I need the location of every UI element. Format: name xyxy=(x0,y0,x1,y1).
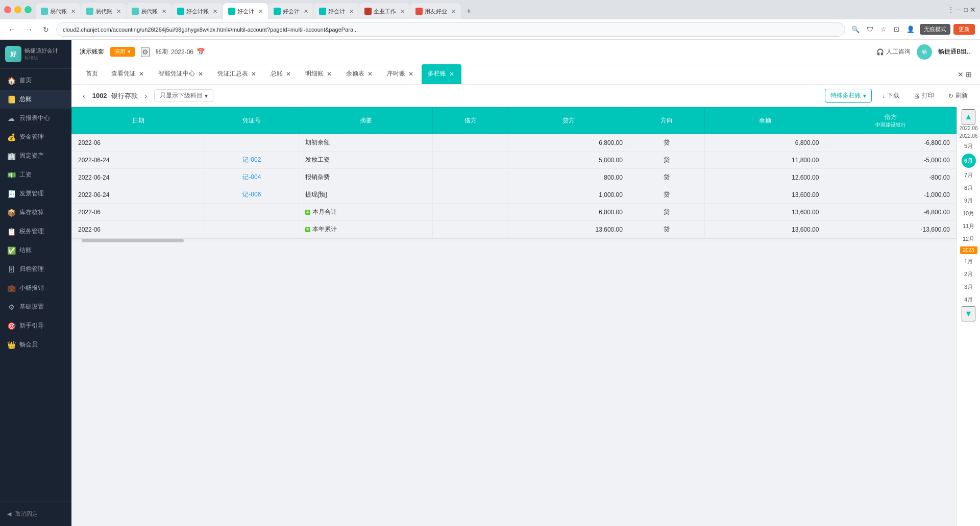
browser-tab-4-close[interactable]: ✕ xyxy=(213,8,217,15)
user-profile-icon[interactable]: 👤 xyxy=(904,23,917,35)
tab-chronological[interactable]: 序时账 ✕ xyxy=(381,64,421,85)
gear-settings-btn[interactable]: ⚙ xyxy=(141,47,150,57)
sidebar-item-cloud-reports[interactable]: ☁ 云报表中心 xyxy=(0,109,71,128)
sidebar-item-ledger[interactable]: 📒 总账 xyxy=(0,90,71,109)
window-restore-btn[interactable]: — xyxy=(956,6,962,13)
calendar-month-2023-2[interactable]: 2月 xyxy=(960,268,977,281)
cell-voucher-3[interactable]: 记-004 xyxy=(205,169,299,186)
sidebar-item-expense[interactable]: 💼 小畅报销 xyxy=(0,279,71,297)
print-btn[interactable]: 🖨 打印 xyxy=(910,89,938,102)
tab-collapse-btn[interactable]: ✕ xyxy=(958,70,964,79)
sidebar-item-guide[interactable]: 🎯 新手引导 xyxy=(0,316,71,335)
tab-multi-column-close[interactable]: ✕ xyxy=(448,70,455,78)
calendar-scroll-down-btn[interactable]: ▼ xyxy=(962,306,976,321)
tab-list-btn[interactable]: ⋮ xyxy=(948,6,954,13)
calendar-scroll-up-btn[interactable]: ▲ xyxy=(962,109,976,124)
sidebar-item-settings[interactable]: ⚙ 基础设置 xyxy=(0,297,71,316)
calendar-month-10[interactable]: 10月 xyxy=(960,207,977,220)
sidebar-item-membership[interactable]: 👑 畅会员 xyxy=(0,335,71,354)
extension-icon[interactable]: ⊡ xyxy=(892,23,901,35)
address-input[interactable] xyxy=(56,22,845,37)
window-close-btn[interactable] xyxy=(4,6,11,13)
browser-tab-7[interactable]: 好会计 ✕ xyxy=(314,3,359,19)
consultation-btn[interactable]: 🎧 人工咨询 xyxy=(876,47,911,56)
show-sub-accounts-btn[interactable]: 只显示下级科目 ▾ xyxy=(154,89,213,102)
tab-balance-sheet[interactable]: 余额表 ✕ xyxy=(340,64,380,85)
tab-home[interactable]: 首页 xyxy=(80,64,104,85)
calendar-month-5[interactable]: 5月 xyxy=(960,140,977,153)
search-icon[interactable]: 🔍 xyxy=(849,23,862,35)
shield-icon[interactable]: 🛡 xyxy=(865,23,875,35)
calendar-month-7[interactable]: 7月 xyxy=(960,169,977,182)
sidebar-item-assets[interactable]: 🏢 固定资产 xyxy=(0,146,71,165)
calendar-month-2023-3[interactable]: 3月 xyxy=(960,281,977,293)
sidebar-unpin-btn[interactable]: ◀ 取消固定 xyxy=(0,506,71,522)
tab-view-vouchers[interactable]: 查看凭证 ✕ xyxy=(105,64,151,85)
tab-voucher-summary-close[interactable]: ✕ xyxy=(250,70,257,78)
cell-voucher-2[interactable]: 记-002 xyxy=(205,152,299,169)
new-tab-btn[interactable]: + xyxy=(461,3,476,19)
special-multi-account-btn[interactable]: 特殊多栏账 ▾ xyxy=(825,89,872,103)
tab-view-vouchers-close[interactable]: ✕ xyxy=(138,70,145,78)
browser-tab-2-close[interactable]: ✕ xyxy=(116,8,121,15)
browser-tab-9[interactable]: 用友好业 ✕ xyxy=(410,3,461,19)
back-btn[interactable]: ← xyxy=(5,23,18,36)
tab-detail-ledger[interactable]: 明细账 ✕ xyxy=(299,64,339,85)
sidebar-item-tax[interactable]: 📋 税务管理 xyxy=(0,222,71,241)
sidebar-item-archive[interactable]: 🗄 归档管理 xyxy=(0,260,71,279)
account-next-btn[interactable]: › xyxy=(142,91,151,101)
refresh-btn[interactable]: ↻ 刷新 xyxy=(944,89,972,102)
browser-tab-5[interactable]: 好会计 ✕ xyxy=(223,3,268,19)
browser-tab-5-close[interactable]: ✕ xyxy=(258,8,263,15)
tab-smart-voucher-close[interactable]: ✕ xyxy=(197,70,204,78)
tab-chronological-close[interactable]: ✕ xyxy=(407,70,414,78)
cell-voucher-4[interactable]: 记-006 xyxy=(205,186,299,204)
window-close-x-btn[interactable]: ✕ xyxy=(970,6,976,14)
browser-tab-2[interactable]: 易代账 ✕ xyxy=(81,3,126,19)
tab-detail-ledger-close[interactable]: ✕ xyxy=(326,70,333,78)
calendar-month-12[interactable]: 12月 xyxy=(960,233,977,245)
browser-tab-4[interactable]: 好会计账 ✕ xyxy=(172,3,223,19)
download-btn[interactable]: ↓ 下载 xyxy=(878,89,903,102)
star-icon[interactable]: ☆ xyxy=(878,23,889,35)
period-calendar-btn[interactable]: 📅 xyxy=(197,48,205,56)
tab-voucher-summary[interactable]: 凭证汇总表 ✕ xyxy=(211,64,263,85)
browser-tab-3-close[interactable]: ✕ xyxy=(162,8,166,15)
browser-tab-1[interactable]: 易代账 ✕ xyxy=(36,3,81,19)
stealth-mode-btn[interactable]: 无痕模式 xyxy=(920,24,950,35)
browser-tab-1-close[interactable]: ✕ xyxy=(71,8,76,15)
forward-btn[interactable]: → xyxy=(22,23,36,36)
tab-multi-column[interactable]: 多栏账 ✕ xyxy=(422,64,461,85)
account-prev-btn[interactable]: ‹ xyxy=(80,91,88,101)
window-max-btn[interactable] xyxy=(24,6,32,13)
calendar-month-2023-4[interactable]: 4月 xyxy=(960,293,977,306)
calendar-month-8[interactable]: 8月 xyxy=(960,182,977,194)
update-btn[interactable]: 更新 xyxy=(953,24,975,35)
browser-tab-6-close[interactable]: ✕ xyxy=(304,8,308,15)
sidebar-item-inventory[interactable]: 📦 库存核算 xyxy=(0,203,71,222)
browser-tab-7-close[interactable]: ✕ xyxy=(349,8,354,15)
horizontal-scrollbar[interactable] xyxy=(71,238,957,242)
sidebar-item-funds[interactable]: 💰 资金管理 xyxy=(0,128,71,146)
calendar-month-11[interactable]: 11月 xyxy=(960,220,977,233)
sidebar-item-close-accounts[interactable]: ✅ 结账 xyxy=(0,241,71,260)
sidebar-item-invoice[interactable]: 🧾 发票管理 xyxy=(0,184,71,203)
calendar-month-9[interactable]: 9月 xyxy=(960,194,977,207)
tab-general-ledger[interactable]: 总账 ✕ xyxy=(264,64,298,85)
sidebar-item-payroll[interactable]: 💵 工资 xyxy=(0,165,71,184)
browser-tab-9-close[interactable]: ✕ xyxy=(451,8,456,15)
tab-expand-btn[interactable]: ⊞ xyxy=(966,70,972,79)
window-min-btn[interactable] xyxy=(14,6,21,13)
refresh-nav-btn[interactable]: ↻ xyxy=(40,23,52,36)
browser-tab-3[interactable]: 易代账 ✕ xyxy=(127,3,172,19)
browser-tab-8[interactable]: 企业工作 ✕ xyxy=(359,3,410,19)
calendar-month-6[interactable]: 6月 xyxy=(962,154,976,168)
tab-smart-voucher[interactable]: 智能凭证中心 ✕ xyxy=(152,64,210,85)
browser-tab-8-close[interactable]: ✕ xyxy=(400,8,405,15)
calendar-month-2023-1[interactable]: 1月 xyxy=(960,255,977,268)
sidebar-item-home[interactable]: 🏠 首页 xyxy=(0,71,71,90)
tab-balance-sheet-close[interactable]: ✕ xyxy=(366,70,374,78)
window-maximize-btn[interactable]: □ xyxy=(964,6,968,13)
browser-tab-6[interactable]: 好会计 ✕ xyxy=(268,3,313,19)
tab-general-ledger-close[interactable]: ✕ xyxy=(285,70,292,78)
